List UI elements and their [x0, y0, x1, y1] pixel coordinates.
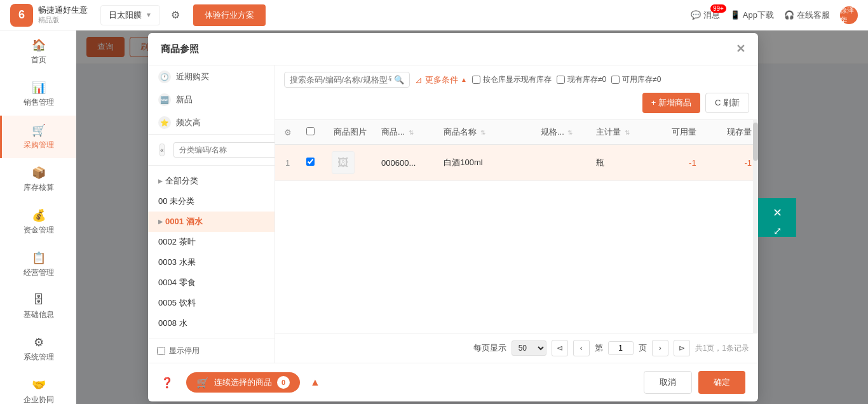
logo-name: 畅捷通好生意	[38, 5, 88, 16]
triangle-icon: ▶	[158, 178, 163, 184]
message-nav-item[interactable]: 💬 消息 99+	[691, 10, 720, 21]
nonzero-stock-checkbox[interactable]	[557, 76, 565, 84]
quick-item-frequent[interactable]: ⭐ 频次高	[148, 111, 275, 134]
warehouse-stock-checkbox[interactable]	[472, 76, 480, 84]
col-num-header: ⚙	[275, 120, 300, 145]
cat-item-beverage[interactable]: 0005 饮料	[148, 293, 275, 313]
product-thumbnail: 🖼	[332, 151, 355, 174]
product-reference-modal: 商品参照 ✕ 🕐 近期购买 🆕	[148, 33, 758, 401]
col-avail-header[interactable]: 可用量	[640, 120, 702, 145]
sort-icon: ⇅	[409, 129, 414, 136]
online-service-nav-item[interactable]: 🎧 在线客服	[784, 10, 830, 21]
modal-footer: ❓ 🛒 连续选择的商品 0 ▲ 取消 确定	[148, 363, 758, 401]
avatar: 徐泽华	[840, 6, 858, 24]
nonzero-available-checkbox[interactable]	[611, 76, 620, 84]
col-code-header[interactable]: 商品... ⇅	[375, 120, 437, 145]
first-page-button[interactable]: ⊲	[552, 340, 568, 356]
logo-icon: 6	[10, 4, 33, 27]
category-panel: 🕐 近期购买 🆕 新品 ⭐ 频次高	[148, 65, 275, 363]
sidebar-item-sales[interactable]: 📊 销售管理	[0, 73, 76, 116]
sidebar-item-inventory[interactable]: 📦 库存核算	[0, 158, 76, 201]
show-disabled-checkbox[interactable]	[157, 347, 165, 355]
new-icon: 🆕	[158, 93, 171, 106]
col-img-header: 商品图片	[325, 120, 376, 145]
modal-close-button[interactable]: ✕	[736, 42, 745, 56]
modal-title: 商品参照	[161, 43, 199, 55]
frequent-icon: ⭐	[158, 116, 171, 129]
cat-item-tea[interactable]: 0002 茶叶	[148, 232, 275, 252]
filter-icon: ⊿	[415, 75, 423, 85]
cat-item-uncategorized[interactable]: 00 未分类	[148, 191, 275, 212]
app-download-nav-item[interactable]: 📱 App下载	[730, 10, 774, 21]
teal-close-icon[interactable]: ✕	[773, 206, 782, 220]
filter-button[interactable]: ⊿ 更多条件 ▲	[415, 74, 467, 86]
sort-icon: ⇅	[567, 129, 573, 136]
col-spec-header[interactable]: 规格... ⇅	[534, 120, 590, 145]
col-stock-header[interactable]: 现存量	[703, 120, 758, 145]
cat-item-appliance[interactable]: 0010 家电	[148, 333, 275, 339]
sidebar-item-system[interactable]: ⚙ 系统管理	[0, 328, 76, 370]
cat-item-fruit[interactable]: 0003 水果	[148, 252, 275, 273]
cat-item-snack[interactable]: 0004 零食	[148, 273, 275, 293]
row-stock-cell: -1	[703, 145, 758, 181]
sidebar-item-enterprise[interactable]: 🤝 企业协同	[0, 370, 76, 404]
row-checkbox[interactable]	[306, 158, 315, 166]
teal-panel: ✕ ⤢	[758, 198, 796, 237]
recent-icon: 🕐	[158, 71, 171, 83]
refresh-button[interactable]: C 刷新	[705, 93, 749, 113]
help-icon[interactable]: ❓	[161, 377, 173, 389]
table-scrollbar[interactable]	[753, 120, 758, 333]
product-search-icon[interactable]: 🔍	[394, 75, 404, 84]
sidebar-item-operations[interactable]: 📋 经营管理	[0, 243, 76, 286]
row-code-cell: 000600...	[375, 145, 437, 181]
category-search-input[interactable]	[173, 142, 275, 158]
col-unit-header[interactable]: 主计量 ⇅	[590, 120, 640, 145]
right-panel: 🔍 ⊿ 更多条件 ▲ 按仓库显示现有库存	[275, 65, 758, 363]
cart-button[interactable]: 🛒 连续选择的商品 0	[186, 372, 300, 393]
cta-button[interactable]: 体验行业方案	[193, 4, 266, 26]
page-number-input[interactable]	[608, 341, 634, 355]
collapse-cart-icon[interactable]: ▲	[310, 377, 320, 388]
product-table: ⚙ 商品图片	[275, 120, 758, 181]
add-product-button[interactable]: + 新增商品	[642, 93, 700, 113]
chevron-down-icon: ▼	[146, 11, 152, 18]
enterprise-icon: 🤝	[32, 378, 46, 392]
nonzero-stock-checkbox-label[interactable]: 现有库存≠0	[557, 74, 606, 85]
app-download-icon: 📱	[730, 10, 740, 20]
sidebar-item-purchase[interactable]: 🛒 采购管理	[0, 116, 76, 158]
product-search-box: 🔍	[284, 72, 410, 88]
table-row[interactable]: 1 🖼 000600...	[275, 145, 758, 181]
quick-item-recent[interactable]: 🕐 近期购买	[148, 65, 275, 88]
col-name-header[interactable]: 商品名称 ⇅	[437, 120, 534, 145]
confirm-button[interactable]: 确定	[698, 371, 745, 394]
sidebar-item-home[interactable]: 🏠 首页	[0, 30, 76, 73]
cancel-button[interactable]: 取消	[644, 371, 692, 394]
cat-item-water[interactable]: 0008 水	[148, 313, 275, 333]
select-all-checkbox[interactable]	[306, 127, 315, 135]
store-selector[interactable]: 日太阳膜 ▼	[100, 5, 160, 25]
last-page-button[interactable]: ⊳	[674, 340, 690, 356]
product-search-input[interactable]	[290, 75, 391, 84]
cat-footer: 显示停用	[148, 339, 275, 363]
gear-settings-icon[interactable]: ⚙	[284, 128, 292, 137]
show-disabled-label[interactable]: 显示停用	[169, 346, 200, 356]
page-size-select[interactable]: 50 10 20 100	[512, 340, 546, 356]
prev-page-button[interactable]: ‹	[573, 340, 590, 356]
modal-overlay: 商品参照 ✕ 🕐 近期购买 🆕	[76, 30, 868, 404]
right-toolbar: 🔍 ⊿ 更多条件 ▲ 按仓库显示现有库存	[275, 65, 758, 120]
sidebar-item-finance[interactable]: 💰 资金管理	[0, 201, 76, 243]
next-page-button[interactable]: ›	[652, 340, 668, 356]
sidebar-item-basics[interactable]: 🗄 基础信息	[0, 286, 76, 328]
cat-item-all[interactable]: ▶ 全部分类	[148, 171, 275, 191]
table-scroll-thumb	[753, 123, 758, 161]
user-nav-item[interactable]: 徐泽华	[840, 6, 858, 24]
quick-item-new[interactable]: 🆕 新品	[148, 88, 275, 111]
teal-expand-icon[interactable]: ⤢	[773, 225, 782, 237]
cat-item-liquor[interactable]: ▶ 0001 酒水	[148, 212, 275, 232]
nonzero-available-checkbox-label[interactable]: 可用库存≠0	[611, 74, 661, 85]
gear-icon[interactable]: ⚙	[165, 5, 186, 25]
modal-header: 商品参照 ✕	[148, 33, 758, 65]
main-layout: 🏠 首页 📊 销售管理 🛒 采购管理 📦 库存核算 💰 资金管理 📋 经营管理 …	[0, 30, 868, 404]
collapse-icon[interactable]: «	[159, 144, 165, 156]
warehouse-stock-checkbox-label[interactable]: 按仓库显示现有库存	[472, 74, 552, 85]
